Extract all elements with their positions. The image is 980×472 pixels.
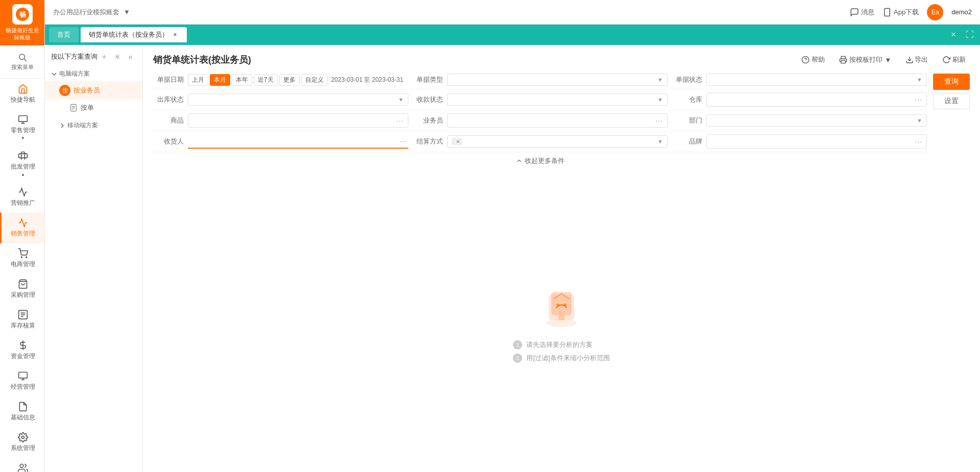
- goods-select[interactable]: ···: [188, 113, 408, 128]
- date-btn-this-month[interactable]: 本月: [210, 74, 230, 86]
- settlement-tag-close[interactable]: ×: [456, 138, 459, 145]
- collapse-button[interactable]: 收起更多条件: [516, 156, 565, 166]
- out-status-label: 出库状态: [153, 95, 184, 104]
- empty-tips: 1 请先选择要分析的方案 2 用[过滤]条件来缩小分析范围: [513, 340, 609, 363]
- sidebar-item-sales[interactable]: 销售管理: [0, 213, 44, 243]
- sidebar-item-coop[interactable]: 企业协同: [0, 458, 44, 472]
- out-status-select[interactable]: ▼: [188, 93, 408, 106]
- goods-filter-cell: 商品 ···: [153, 113, 408, 128]
- app-download-button[interactable]: App下载: [883, 8, 919, 17]
- scheme-item-by-salesperson[interactable]: 按 按业务员: [45, 81, 142, 100]
- collapse-panel-button[interactable]: «: [125, 51, 136, 62]
- add-scheme-button[interactable]: +: [99, 51, 110, 62]
- main-area: 办公用品行业模拟账套 ▼ 消息 App下载 Ea demo2 首页 销货单统计表…: [45, 0, 980, 472]
- empty-state: 1 请先选择要分析的方案 2 用[过滤]条件来缩小分析范围: [143, 170, 980, 472]
- refresh-button[interactable]: 刷新: [938, 53, 970, 66]
- date-options: 上月 本月 本年 近7天 更多 自定义 2023-03-01 至 2023-03…: [188, 74, 403, 86]
- sidebar-item-basic[interactable]: 基础信息: [0, 396, 44, 427]
- svg-rect-21: [885, 8, 890, 16]
- date-btn-7days[interactable]: 近7天: [254, 74, 278, 86]
- svg-point-35: [564, 303, 567, 306]
- tabs-actions: × ⛶: [947, 29, 976, 41]
- scheme-sub-item-by-bill[interactable]: 按单: [45, 100, 142, 116]
- sidebar: 畅 畅捷做好生意 标账版 搜索菜单 快捷导航 零售管理 ▼ 批发管理 ▲: [0, 0, 45, 472]
- brand-select[interactable]: ···: [706, 134, 927, 149]
- page-title: 销货单统计表(按业务员): [153, 54, 251, 66]
- logo-icon: 畅: [12, 4, 33, 25]
- svg-rect-12: [19, 372, 28, 378]
- date-btn-this-year[interactable]: 本年: [232, 74, 252, 86]
- date-label: 单据日期: [153, 75, 184, 84]
- sidebar-nav: 快捷导航 零售管理 ▼ 批发管理 ▲ 营销推广 销售管理 电商管理 采购管理: [0, 79, 44, 472]
- svg-point-2: [19, 54, 25, 60]
- bill-type-filter-cell: 单据类型 ▼: [412, 74, 668, 86]
- date-btn-last-month[interactable]: 上月: [188, 74, 208, 86]
- topbar-dropdown-arrow[interactable]: ▼: [124, 8, 130, 16]
- settlement-filter-cell: 结算方式 × ▼: [412, 135, 668, 148]
- receive-status-label: 收款状态: [412, 95, 443, 104]
- help-button[interactable]: 帮助: [797, 53, 829, 66]
- consignee-input[interactable]: ···: [188, 134, 408, 149]
- tab-close-icon[interactable]: ×: [172, 31, 179, 38]
- collapse-row: 收起更多条件: [153, 152, 927, 170]
- warehouse-filter-cell: 仓库 ···: [672, 92, 927, 107]
- app-logo[interactable]: 畅 畅捷做好生意 标账版: [0, 0, 44, 45]
- salesperson-select[interactable]: ···: [447, 113, 668, 128]
- date-btn-custom[interactable]: 自定义: [301, 74, 328, 86]
- settlement-label: 结算方式: [412, 137, 443, 146]
- tab-home[interactable]: 首页: [49, 27, 79, 42]
- mobile-scheme-group-title[interactable]: 移动端方案: [45, 118, 142, 133]
- query-button[interactable]: 查询: [933, 74, 970, 90]
- tip-2-text: 用[过滤]条件来缩小分析范围: [526, 353, 609, 363]
- pc-scheme-group-title[interactable]: 电脑端方案: [45, 66, 142, 81]
- tab-close-button[interactable]: ×: [947, 29, 960, 41]
- topbar: 办公用品行业模拟账套 ▼ 消息 App下载 Ea demo2: [45, 0, 980, 25]
- svg-text:畅: 畅: [19, 11, 26, 18]
- svg-point-23: [116, 56, 118, 58]
- date-range-display: 2023-03-01 至 2023-03-31: [331, 76, 403, 84]
- print-dropdown-arrow[interactable]: ▼: [885, 56, 891, 64]
- print-button[interactable]: 按模板打印 ▼: [835, 53, 895, 66]
- sidebar-item-retail[interactable]: 零售管理 ▼: [0, 109, 44, 146]
- edit-scheme-button[interactable]: [112, 51, 123, 62]
- sidebar-item-system[interactable]: 系统管理: [0, 427, 44, 458]
- bill-type-select[interactable]: ▼: [447, 74, 668, 86]
- sidebar-item-marketing[interactable]: 营销推广: [0, 182, 44, 213]
- user-name[interactable]: demo2: [951, 8, 972, 16]
- empty-tip-2: 2 用[过滤]条件来缩小分析范围: [513, 353, 609, 363]
- message-button[interactable]: 消息: [850, 8, 874, 17]
- warehouse-select[interactable]: ···: [706, 92, 927, 107]
- settings-button[interactable]: 设置: [933, 93, 970, 109]
- tip-2-num: 2: [513, 353, 522, 363]
- svg-rect-4: [19, 115, 28, 122]
- sidebar-item-wholesale[interactable]: 批发管理 ▲: [0, 146, 44, 182]
- sidebar-item-ecommerce[interactable]: 电商管理: [0, 243, 44, 274]
- svg-point-13: [22, 436, 24, 438]
- warehouse-label: 仓库: [672, 95, 702, 104]
- date-filter-cell: 单据日期 上月 本月 本年 近7天 更多 自定义 2023-03-01 至 20…: [153, 74, 408, 86]
- bill-status-select[interactable]: ▼: [706, 74, 927, 86]
- receive-status-select[interactable]: ▼: [447, 93, 668, 106]
- sidebar-item-purchase[interactable]: 采购管理: [0, 274, 44, 304]
- bill-status-arrow: ▼: [917, 77, 922, 83]
- sidebar-item-business[interactable]: 经营管理: [0, 366, 44, 396]
- sidebar-item-inventory[interactable]: 库存核算: [0, 304, 44, 335]
- date-btn-more[interactable]: 更多: [279, 74, 300, 86]
- sidebar-item-finance[interactable]: 资金管理: [0, 335, 44, 366]
- salesperson-filter-cell: 业务员 ···: [412, 113, 668, 128]
- tab-expand-button[interactable]: ⛶: [964, 29, 976, 41]
- tab-sales-stat[interactable]: 销货单统计表（按业务员） ×: [81, 27, 187, 42]
- sidebar-item-quicknav[interactable]: 快捷导航: [0, 79, 44, 109]
- settlement-select[interactable]: × ▼: [447, 135, 668, 148]
- search-menu-button[interactable]: 搜索菜单: [3, 50, 41, 74]
- user-avatar[interactable]: Ea: [927, 4, 943, 20]
- topbar-right: 消息 App下载 Ea demo2: [850, 4, 972, 20]
- department-select[interactable]: ▼: [706, 114, 927, 127]
- mobile-scheme-group: 移动端方案: [45, 118, 142, 133]
- out-status-filter-cell: 出库状态 ▼: [153, 93, 408, 106]
- left-panel: 按以下方案查询 + « 电脑端方案 按: [45, 45, 143, 472]
- svg-line-3: [24, 59, 26, 61]
- topbar-left: 办公用品行业模拟账套 ▼: [53, 8, 130, 17]
- department-filter-cell: 部门 ▼: [672, 114, 927, 127]
- export-button[interactable]: 导出: [901, 53, 932, 66]
